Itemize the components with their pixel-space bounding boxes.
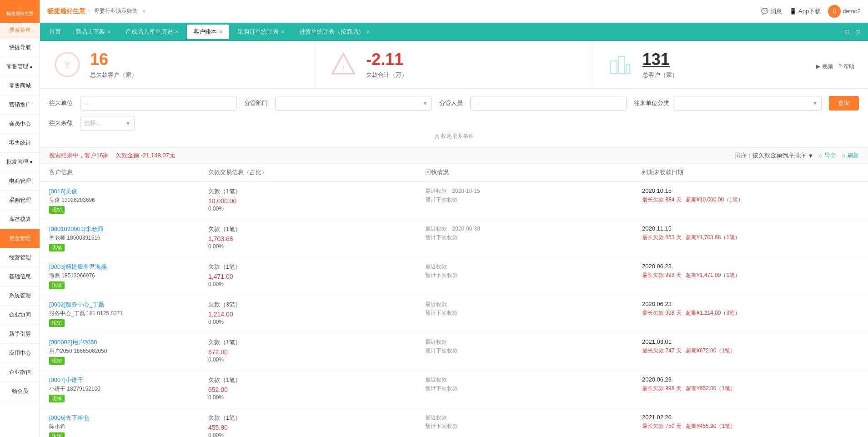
repay-cell: 最近收款 预计下次收款 [425, 338, 642, 355]
unit-category-select[interactable]: ▼ [673, 96, 822, 111]
col-header-due: 到期未收款日期 [642, 168, 859, 176]
sidebar-item-system[interactable]: 系统管理 [0, 286, 40, 306]
debt-info-cell: 欠款（1笔） 1,703.68 0.00% [208, 225, 425, 250]
export-button[interactable]: ○ 导出 [819, 151, 836, 160]
overdue-amount-link[interactable]: 超期¥1,471.00（1笔） [686, 272, 740, 278]
customer-info-cell: [000002]用户2050 用户2050 18665062050 现销 [49, 338, 208, 365]
tab-close-icon[interactable]: ✕ [366, 29, 370, 35]
customer-name-link[interactable]: [0002]服务中心_丁磊 [49, 301, 208, 309]
tab-purchase-summary[interactable]: 采购订单统计表 ✕ [231, 25, 291, 39]
sidebar-item-ecommerce[interactable]: 电商管理 [0, 172, 40, 191]
debt-count: 欠款（1笔） [208, 187, 425, 196]
sidebar-item-wechat[interactable]: 企业微信 [0, 363, 40, 382]
sidebar-item-basic[interactable]: 基础信息 [0, 267, 40, 286]
debt-amount[interactable]: 652.00 [208, 386, 425, 393]
sort-selector[interactable]: 排序：按欠款金额倒序排序 ▼ [735, 151, 813, 160]
customer-name-link[interactable]: [0016]吴俊 [49, 187, 208, 196]
customer-name-link[interactable]: [0006]去下粮仓 [49, 414, 208, 422]
due-date: 2020.06.23 [642, 376, 859, 383]
stat-icon-2: ! [330, 51, 357, 78]
overdue-amount-link[interactable]: 超期¥455.90（1笔） [686, 423, 736, 429]
sidebar-item-batch-mgmt[interactable]: 批发管理 ▼ [0, 153, 40, 172]
tab-home[interactable]: 首页 [43, 25, 67, 39]
debt-amount[interactable]: 1,703.68 [208, 235, 425, 242]
sidebar-item-marketing[interactable]: 营销推广 [0, 95, 40, 115]
sidebar-item-vip[interactable]: 畅会员 [0, 382, 40, 401]
debt-amount[interactable]: 1,471.00 [208, 273, 425, 280]
customer-info-cell: [0001020001]李老师 李老师 18600391516 现销 [49, 225, 208, 251]
debt-count: 欠款（1笔） [208, 414, 425, 422]
balance-select[interactable]: 选择... ▼ [80, 116, 135, 131]
overdue-amount-link[interactable]: 超期¥652.00（1笔） [686, 385, 736, 392]
tab-close-icon[interactable]: ✕ [219, 29, 223, 35]
next-repay: 预计下次收款 [425, 196, 642, 204]
due-cell: 2021.02.26 最长欠款 750 天 超期¥455.90（1笔） [642, 414, 859, 430]
sidebar-item-enterprise[interactable]: 企业协同 [0, 306, 40, 325]
svg-rect-5 [618, 56, 625, 74]
last-repay: 最近收款 2020-10-15 [425, 187, 642, 195]
customer-name-link[interactable]: [0007]小进干 [49, 376, 208, 384]
customer-name-link[interactable]: [0001020001]李老师 [49, 225, 208, 233]
overdue-amount-link[interactable]: 超期¥1,214.00（3笔） [686, 310, 740, 316]
query-button[interactable]: 查询 [829, 96, 859, 111]
video-help-button[interactable]: ▶ 视频 [816, 63, 833, 70]
customer-name-link[interactable]: [0003]畅捷服务尹海燕 [49, 263, 208, 271]
debt-count: 欠款（1笔） [208, 376, 425, 384]
next-repay: 预计下次收款 [425, 271, 642, 279]
tab-purchase-by-product[interactable]: 进货单统计表（按商品） ✕ [293, 25, 376, 39]
debt-ratio: 0.00% [208, 281, 425, 287]
sidebar-item-warehouse[interactable]: 库存核算 [0, 210, 40, 229]
sidebar-item-app-center[interactable]: 应用中心 [0, 344, 40, 363]
sidebar-item-finance[interactable]: 资金管理 [0, 229, 40, 248]
customer-name-link[interactable]: [000002]用户2050 [49, 338, 208, 347]
app-download-button[interactable]: 📱 App下载 [789, 7, 821, 15]
repay-cell: 最近收款 2020-10-15 预计下次收款 [425, 187, 642, 204]
overdue-amount-link[interactable]: 超期¥1,703.68（1笔） [686, 234, 740, 241]
tab-production-history[interactable]: 产成品入库单历史 ✕ [119, 25, 185, 39]
customer-phone: 李老师 18600391516 [49, 234, 208, 242]
collapse-button[interactable]: ⋀ 收起更多条件 [435, 132, 474, 140]
stat-card-overdue-customers: ¥ 16 总欠款客户（家） [40, 41, 316, 88]
debt-amount[interactable]: 672.00 [208, 348, 425, 356]
sidebar-item-retail-stats[interactable]: 零售统计 [0, 134, 40, 153]
content-area: ¥ 16 总欠款客户（家） ! -2.11 欠款合计（万） [40, 41, 868, 437]
person-input[interactable]: ··· [470, 96, 627, 111]
tabs-minimize-icon[interactable]: ⊟ [843, 28, 852, 35]
user-menu[interactable]: D demo2 [828, 5, 861, 18]
dropdown-icon[interactable]: ▼ [141, 9, 146, 14]
overdue-amount-link[interactable]: 超期¥672.00（1笔） [686, 347, 736, 354]
chevron-up-icon: ⋀ [435, 133, 439, 140]
overdue-amount-link[interactable]: 超期¥10,000.00（1笔） [686, 196, 743, 203]
next-repay: 预计下次收款 [425, 385, 642, 392]
message-button[interactable]: 💬 消息 [761, 7, 782, 15]
tab-customer-account[interactable]: 客户账本 ✕ [187, 25, 229, 39]
customer-info-cell: [0007]小进干 小进干 18279152100 现销 [49, 376, 208, 402]
svg-text:¥: ¥ [64, 60, 70, 70]
sidebar-item-purchase[interactable]: 采购管理 [0, 191, 40, 210]
tab-close-icon[interactable]: ✕ [175, 29, 179, 35]
sidebar-item-member[interactable]: 会员中心 [0, 115, 40, 134]
filter-source-unit-label: 往来单位 [49, 99, 76, 107]
sidebar-item-quick-nav[interactable]: 快捷导航 [0, 38, 40, 57]
filter-balance-label: 往来余额 [49, 119, 76, 127]
sidebar-item-retail-mgmt[interactable]: 零售管理 ▲ [0, 57, 40, 76]
help-button[interactable]: ? 帮助 [838, 63, 854, 70]
customer-info-cell: [0003]畅捷服务尹海燕 海燕 18513066976 现销 [49, 263, 208, 289]
next-repay: 预计下次收款 [425, 309, 642, 317]
sidebar-item-retail-store[interactable]: 零售商城 [0, 76, 40, 95]
source-unit-input[interactable]: ··· [80, 96, 237, 111]
avatar: D [828, 5, 841, 18]
sidebar-item-guide[interactable]: 新手引导 [0, 325, 40, 344]
sidebar-item-search[interactable]: 搜索菜单 [0, 23, 40, 38]
refresh-button[interactable]: ○ 刷新 [842, 151, 859, 160]
sidebar-item-operation[interactable]: 经营管理 [0, 248, 40, 267]
next-repay: 预计下次收款 [425, 347, 642, 355]
tabs-maximize-icon[interactable]: ⊞ [853, 28, 863, 35]
tab-products-off[interactable]: 商品上下架 ✕ [69, 25, 117, 39]
dept-select[interactable]: ▼ [275, 96, 432, 111]
tab-close-icon[interactable]: ✕ [107, 29, 111, 35]
debt-amount[interactable]: 1,214.00 [208, 311, 425, 318]
debt-amount[interactable]: 10,000.00 [208, 197, 425, 205]
debt-amount[interactable]: 455.90 [208, 424, 425, 431]
tab-close-icon[interactable]: ✕ [281, 29, 285, 35]
